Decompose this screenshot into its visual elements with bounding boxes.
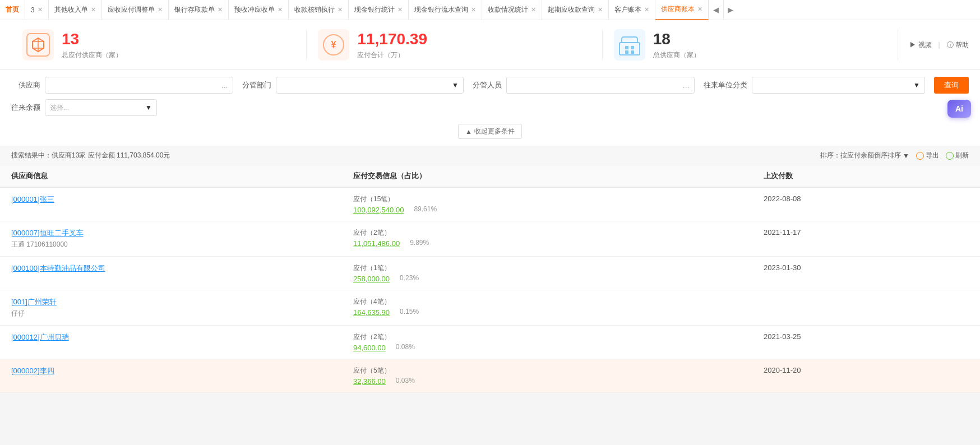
nav-tab-collection-stat[interactable]: 收款情况统计 ✕ <box>482 0 542 20</box>
pay-amount[interactable]: 258,000.00 <box>353 275 390 283</box>
table-row[interactable]: [000100]本特勤油品有限公司 应付（1笔） 258,000.00 0.23… <box>0 257 980 290</box>
pay-pct: 9.89% <box>410 239 429 247</box>
close-icon[interactable]: ✕ <box>397 6 403 13</box>
payable-suppliers-count: 13 <box>62 30 295 49</box>
supplier-input-field[interactable] <box>50 81 221 89</box>
balance-filter-select[interactable]: 选择... ▼ <box>45 99 157 116</box>
transaction-col: 应付（2笔） 94,600.00 0.08% <box>353 332 764 352</box>
nav-tab-other-income[interactable]: 其他收入单 ✕ <box>49 0 102 20</box>
last-pay-date: 2021-11-17 <box>764 228 801 237</box>
svg-rect-10 <box>631 50 634 54</box>
close-icon[interactable]: ✕ <box>598 6 603 13</box>
export-button[interactable]: 导出 <box>916 151 939 160</box>
pay-amount[interactable]: 164,635.90 <box>353 308 390 317</box>
help-link[interactable]: ⓘ 帮助 <box>947 40 969 50</box>
total-suppliers-count: 18 <box>653 30 886 49</box>
supplier-sub: 仔仔 <box>11 309 353 318</box>
close-icon[interactable]: ✕ <box>218 6 223 13</box>
nav-tab-cash-bank-stat[interactable]: 现金银行统计 ✕ <box>349 0 409 20</box>
filter-section: 供应商 ... 分管部门 ▼ 分管人员 ... 往来单位分类 ▼ <box>0 70 980 146</box>
pay-amount[interactable]: 11,051,486.00 <box>353 239 400 248</box>
close-icon[interactable]: ✕ <box>38 6 43 13</box>
supplier-link[interactable]: [000007]恒旺二手叉车 <box>11 228 353 238</box>
transaction-col: 应付（4笔） 164,635.90 0.15% <box>353 297 764 317</box>
summary-card-suppliers-payable: 13 总应付供应商（家） <box>11 29 307 61</box>
last-pay-col: 2021-11-17 <box>764 228 969 237</box>
transaction-col: 应付（5笔） 32,366.00 0.03% <box>353 366 764 386</box>
person-dots-icon[interactable]: ... <box>683 81 690 90</box>
pay-amount[interactable]: 32,366.00 <box>353 377 386 386</box>
nav-tab-overdue-query[interactable]: 超期应收款查询 ✕ <box>542 0 609 20</box>
pay-label: 应付（1笔） <box>353 263 764 273</box>
pay-label: 应付（15笔） <box>353 194 764 204</box>
nav-tab-bank-deposit[interactable]: 银行存取款单 ✕ <box>169 0 229 20</box>
balance-chevron-icon: ▼ <box>145 104 152 112</box>
table-row[interactable]: [001]广州荣轩 仔仔 应付（4笔） 164,635.90 0.15% <box>0 290 980 326</box>
person-input-field[interactable] <box>511 81 683 89</box>
supplier-filter-input[interactable]: ... <box>45 77 233 94</box>
close-icon[interactable]: ✕ <box>338 6 343 13</box>
results-bar: 搜索结果中：供应商13家 应付金额 111,703,854.00元 排序：按应付… <box>0 146 980 165</box>
table-row[interactable]: [000012]广州贝瑞 应付（2笔） 94,600.00 0.08% 2021… <box>0 326 980 359</box>
transaction-col: 应付（15笔） 100,092,540.00 89.61% <box>353 194 764 214</box>
supplier-info-col: [000007]恒旺二手叉车 王通 17106110000 <box>11 228 353 249</box>
close-icon[interactable]: ✕ <box>158 6 163 13</box>
person-filter-label: 分管人员 <box>473 80 502 90</box>
supplier-info-col: [000012]广州贝瑞 <box>11 332 353 342</box>
payable-suppliers-label: 总应付供应商（家） <box>62 50 295 60</box>
close-icon[interactable]: ✕ <box>91 6 96 13</box>
pay-label: 应付（4笔） <box>353 297 764 307</box>
last-pay-date: 2023-01-30 <box>764 263 801 272</box>
nav-tab-3[interactable]: 3 ✕ <box>25 0 49 20</box>
supplier-info-col: [000002]李四 <box>11 366 353 376</box>
close-icon[interactable]: ✕ <box>697 6 702 13</box>
search-button[interactable]: 查询 <box>934 77 969 94</box>
video-link[interactable]: ▶ 视频 <box>909 40 931 50</box>
svg-text:¥: ¥ <box>331 40 336 49</box>
nav-tab-supplier-book[interactable]: 供应商账本 ✕ <box>655 0 709 20</box>
nav-prev-arrow[interactable]: ◀ <box>709 0 723 20</box>
nav-tab-advance-offset[interactable]: 预收冲应收单 ✕ <box>229 0 289 20</box>
nav-next-arrow[interactable]: ▶ <box>723 0 738 20</box>
pay-pct: 0.23% <box>400 274 419 282</box>
table-row[interactable]: [000001]张三 应付（15笔） 100,092,540.00 89.61%… <box>0 188 980 221</box>
results-actions: 排序：按应付余额倒序排序 ▼ 导出 刷新 <box>820 151 969 160</box>
supplier-filter-label: 供应商 <box>11 80 40 90</box>
nav-tab-home[interactable]: 首页 <box>0 0 25 20</box>
close-icon[interactable]: ✕ <box>278 6 283 13</box>
collapse-button[interactable]: ▲ 收起更多条件 <box>458 124 522 139</box>
close-icon[interactable]: ✕ <box>644 6 649 13</box>
close-icon[interactable]: ✕ <box>531 6 536 13</box>
pay-amount[interactable]: 94,600.00 <box>353 344 386 352</box>
supplier-link[interactable]: [000002]李四 <box>11 366 353 376</box>
svg-rect-9 <box>625 50 628 54</box>
svg-rect-5 <box>614 29 645 61</box>
close-icon[interactable]: ✕ <box>471 6 476 13</box>
total-suppliers-label: 总供应商（家） <box>653 50 886 60</box>
summary-card-total-payable: ¥ 11,170.39 应付合计（万） <box>307 29 602 61</box>
supplier-link[interactable]: [000012]广州贝瑞 <box>11 332 353 342</box>
sort-chevron-icon: ▼ <box>903 152 909 160</box>
filter-person: 分管人员 ... <box>473 77 695 94</box>
sort-dropdown[interactable]: 排序：按应付余额倒序排序 ▼ <box>820 151 909 160</box>
table-row[interactable]: [000007]恒旺二手叉车 王通 17106110000 应付（2笔） 11,… <box>0 221 980 257</box>
supplier-link[interactable]: [001]广州荣轩 <box>11 297 353 307</box>
export-icon <box>916 152 924 160</box>
nav-tab-receivable-adjustment[interactable]: 应收应付调整单 ✕ <box>102 0 169 20</box>
ai-assistant-badge[interactable]: Ai <box>947 100 971 118</box>
last-pay-date: 2020-11-20 <box>764 366 801 374</box>
unit-category-select[interactable]: ▼ <box>752 77 926 94</box>
refresh-button[interactable]: 刷新 <box>946 151 969 160</box>
nav-tab-customer-book[interactable]: 客户账本 ✕ <box>609 0 655 20</box>
supplier-link[interactable]: [000100]本特勤油品有限公司 <box>11 263 353 274</box>
person-filter-input[interactable]: ... <box>506 77 695 94</box>
last-pay-date: 2021-03-25 <box>764 332 801 341</box>
dept-filter-select[interactable]: ▼ <box>276 77 464 94</box>
balance-filter-label: 往来余额 <box>11 103 40 113</box>
pay-amount[interactable]: 100,092,540.00 <box>353 206 404 214</box>
supplier-dots-icon[interactable]: ... <box>221 81 228 90</box>
nav-tab-cash-bank-flow[interactable]: 现金银行流水查询 ✕ <box>409 0 482 20</box>
supplier-link[interactable]: [000001]张三 <box>11 194 353 205</box>
nav-tab-collection-verify[interactable]: 收款核销执行 ✕ <box>289 0 349 20</box>
table-row[interactable]: [000002]李四 应付（5笔） 32,366.00 0.03% 2020-1… <box>0 359 980 393</box>
